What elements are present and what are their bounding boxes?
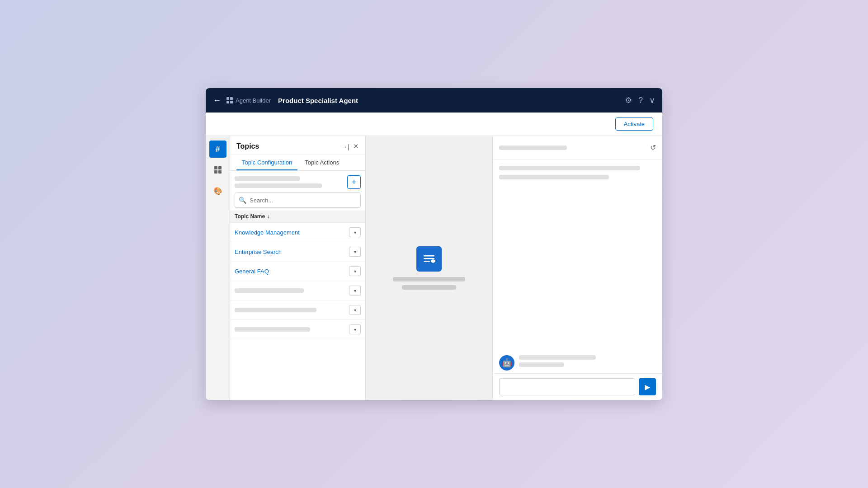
sort-icon: ↓	[267, 213, 269, 220]
nav-actions: ⚙ ? ∨	[625, 95, 655, 105]
topics-header: Topics →| ✕	[230, 136, 365, 155]
settings-button[interactable]: ⚙	[625, 95, 632, 105]
topics-panel: Topics →| ✕ Topic Configuration Topic Ac…	[230, 136, 366, 400]
sidebar-item-palette[interactable]: 🎨	[209, 182, 226, 199]
back-button[interactable]: ←	[213, 96, 221, 105]
topic-dropdown-btn-4[interactable]: ▾	[349, 305, 361, 315]
app-label: Agent Builder	[226, 97, 271, 104]
page-title: Product Specialist Agent	[278, 97, 625, 104]
topic-dropdown-btn-5[interactable]: ▾	[349, 324, 361, 334]
topics-title: Topics	[236, 142, 259, 150]
send-icon: ▶	[645, 383, 650, 391]
list-item: General FAQ ▾	[230, 262, 365, 281]
chat-bubble	[519, 355, 596, 367]
builder-label-text: Agent Builder	[236, 97, 271, 104]
center-skeleton-bar-2	[402, 285, 456, 290]
list-item: ▾	[230, 281, 365, 300]
topic-name-column-header: Topic Name ↓	[235, 213, 269, 220]
hash-icon: #	[215, 145, 220, 154]
list-item: ▾	[230, 300, 365, 320]
list-icon	[422, 252, 436, 266]
skeleton-line	[499, 175, 609, 179]
avatar-icon: 🤖	[502, 358, 512, 368]
topic-list-controls: + 🔍	[230, 171, 365, 211]
help-icon: ?	[638, 96, 643, 105]
chat-message: 🤖	[499, 355, 656, 371]
right-input-area: ▶	[493, 373, 662, 400]
sidebar-item-grid[interactable]	[209, 161, 226, 178]
tabs: Topic Configuration Topic Actions	[230, 155, 365, 171]
right-chat-area: 🤖	[493, 269, 662, 374]
search-wrap: 🔍	[235, 192, 361, 208]
topic-dropdown-btn-3[interactable]: ▾	[349, 286, 361, 296]
palette-icon: 🎨	[213, 187, 222, 195]
skeleton-bar-1	[235, 176, 300, 181]
chevron-down-icon: ∨	[649, 95, 655, 105]
topic-table-header: Topic Name ↓	[230, 211, 365, 223]
topic-link-general-faq[interactable]: General FAQ	[235, 268, 269, 275]
center-panel	[366, 136, 492, 400]
close-panel-button[interactable]: ✕	[353, 142, 359, 150]
app-window: ← Agent Builder Product Specialist Agent…	[206, 88, 662, 400]
skeleton-row-bar	[235, 308, 316, 312]
right-skeleton-lines	[499, 166, 656, 179]
right-panel-title-skeleton	[499, 145, 567, 150]
search-input[interactable]	[235, 192, 361, 208]
skeleton-bar-2	[235, 183, 322, 188]
list-item: Enterprise Search ▾	[230, 242, 365, 262]
center-icon-box	[416, 246, 442, 272]
skeleton-line	[499, 166, 640, 170]
tab-configuration[interactable]: Topic Configuration	[236, 155, 297, 170]
svg-rect-2	[424, 261, 430, 262]
tab-actions[interactable]: Topic Actions	[299, 155, 344, 170]
main-content: # 🎨 Topics →|	[206, 136, 662, 400]
list-item: Knowledge Management ▾	[230, 223, 365, 242]
activate-bar: Activate	[206, 113, 662, 136]
collapse-panel-button[interactable]: →|	[341, 142, 349, 150]
topic-link-enterprise-search[interactable]: Enterprise Search	[235, 249, 282, 255]
topic-link-knowledge-management[interactable]: Knowledge Management	[235, 229, 300, 236]
right-panel: ↺ 🤖	[492, 136, 662, 400]
collapse-icon: →|	[341, 143, 349, 150]
chevron-down-button[interactable]: ∨	[649, 95, 655, 105]
close-icon: ✕	[353, 142, 359, 150]
send-button[interactable]: ▶	[639, 378, 656, 395]
help-button[interactable]: ?	[638, 96, 643, 105]
right-panel-header: ↺	[493, 136, 662, 160]
top-nav: ← Agent Builder Product Specialist Agent…	[206, 88, 662, 113]
activate-button[interactable]: Activate	[615, 117, 653, 131]
avatar: 🤖	[499, 355, 514, 371]
topic-list: Knowledge Management ▾ Enterprise Search…	[230, 223, 365, 400]
back-arrow-icon: ←	[213, 96, 221, 105]
chat-skeleton-1	[519, 355, 596, 360]
grid-nav-icon	[214, 166, 222, 174]
list-item: ▾	[230, 320, 365, 339]
topic-dropdown-btn-0[interactable]: ▾	[349, 227, 361, 237]
add-topic-button[interactable]: +	[347, 175, 361, 189]
chat-skeleton-2	[519, 362, 564, 367]
skeleton-row-bar	[235, 288, 304, 293]
topic-dropdown-btn-1[interactable]: ▾	[349, 247, 361, 257]
svg-rect-0	[424, 255, 434, 257]
sidebar-icons: # 🎨	[206, 136, 230, 400]
center-skeleton	[393, 277, 465, 290]
topic-dropdown-btn-2[interactable]: ▾	[349, 266, 361, 276]
grid-icon	[226, 97, 233, 103]
refresh-button[interactable]: ↺	[650, 143, 656, 152]
center-skeleton-bar-1	[393, 277, 465, 282]
skeleton-row-bar	[235, 327, 310, 332]
right-panel-body	[493, 160, 662, 269]
search-icon: 🔍	[239, 197, 246, 204]
svg-rect-1	[424, 258, 434, 259]
sidebar-item-topics[interactable]: #	[209, 141, 226, 158]
chat-input[interactable]	[499, 378, 635, 395]
topics-header-actions: →| ✕	[341, 142, 359, 150]
settings-icon: ⚙	[625, 95, 632, 105]
svg-rect-4	[431, 260, 435, 262]
